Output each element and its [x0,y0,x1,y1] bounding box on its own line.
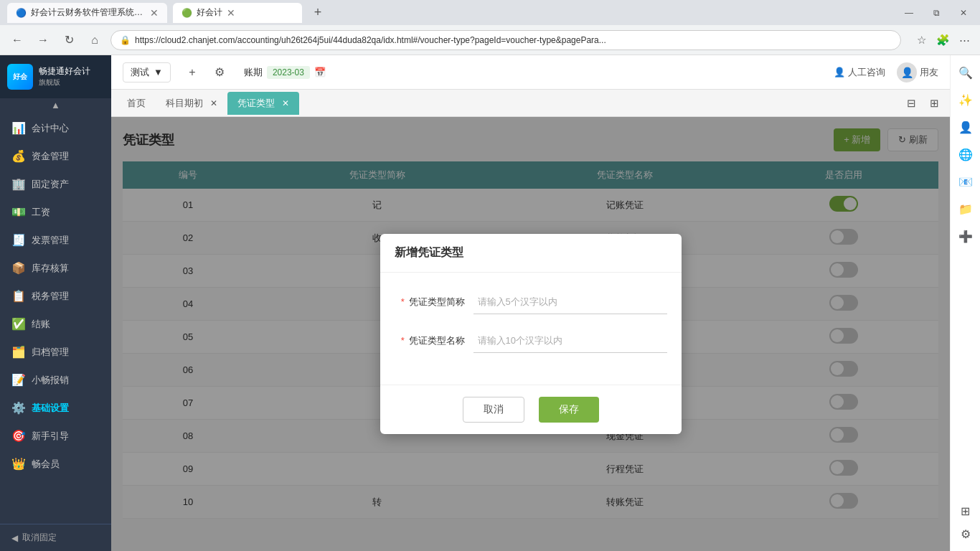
required-mark-short: * [401,296,405,307]
logo-badge: 旗舰版 [39,77,90,88]
tab-subjects-label: 科目期初 [166,97,203,110]
user-avatar: 👤 [897,62,917,83]
workspace-selector[interactable]: 测试 ▼ [123,62,171,83]
sidebar-item-capital[interactable]: 💰 资金管理 [0,142,111,170]
archive-icon: 🗂️ [11,345,26,359]
right-folder-button[interactable]: 📁 [954,197,977,220]
address-bar[interactable]: 🔒 https://cloud2.chanjet.com/accounting/… [110,30,901,50]
sidebar-label-dashboard: 会计中心 [32,122,69,135]
sidebar-label-guide: 新手引导 [32,430,69,443]
sidebar-nav: 📊 会计中心 💰 资金管理 🏢 固定资产 💵 工资 🧾 发票管理 📦 库 [0,111,111,524]
period-lock-icon: 📅 [314,67,326,77]
right-search-button[interactable]: 🔍 [954,61,977,84]
short-name-input[interactable] [473,290,667,314]
tab1-icon: 🔵 [16,8,27,18]
browser-addressbar: ← → ↻ ⌂ 🔒 https://cloud2.chanjet.com/acc… [0,25,980,55]
maximize-button[interactable]: ⧉ [928,6,946,19]
assets-icon: 🏢 [11,177,26,191]
modal-header: 新增凭证类型 [380,234,682,273]
sidebar-label-member: 畅会员 [32,458,60,471]
sidebar-label-capital: 资金管理 [32,150,69,163]
tax-icon: 📋 [11,289,26,303]
minimize-button[interactable]: — [899,6,919,19]
full-name-label: * 凭证类型名称 [395,334,473,347]
sidebar-label-archive: 归档管理 [32,346,69,359]
logo-text-block: 畅捷通好会计 旗舰版 [39,66,90,88]
close-button[interactable]: ✕ [954,6,973,19]
tab-maximize-button[interactable]: ⊞ [924,93,944,113]
consult-button[interactable]: 👤 人工咨询 [834,66,885,79]
sidebar-item-invoice[interactable]: 🧾 发票管理 [0,226,111,254]
cancel-button[interactable]: 取消 [463,397,524,423]
extensions-icon[interactable]: 🧩 [934,32,951,49]
user-button[interactable]: 👤 用友 [897,62,938,83]
tab-subjects-close[interactable]: ✕ [210,98,217,108]
favorites-icon[interactable]: ☆ [913,32,930,49]
right-panel-bottom: ⊞ ⚙ [954,499,977,545]
right-globe-button[interactable]: 🌐 [954,143,977,166]
tab-home-label: 首页 [127,97,146,110]
short-name-label: * 凭证类型简称 [395,296,473,309]
browser-tab-1[interactable]: 🔵 好会计云财务软件管理系统_会计 ✕ [7,3,167,23]
tab-minimize-button[interactable]: ⊟ [901,93,921,113]
tab-home[interactable]: 首页 [117,92,156,115]
member-icon: 👑 [11,457,26,471]
right-grid-button[interactable]: ⊞ [954,499,977,522]
right-add-button[interactable]: ➕ [954,225,977,248]
settings-gear-button[interactable]: ⚙ [209,62,230,83]
sidebar-item-guide[interactable]: 🎯 新手引导 [0,422,111,450]
sidebar-scroll-up[interactable]: ▲ [0,98,111,111]
tab-subjects[interactable]: 科目期初 ✕ [156,92,227,115]
sidebar-item-assets[interactable]: 🏢 固定资产 [0,170,111,198]
back-button[interactable]: ← [7,30,27,50]
cancel-pin-label: 取消固定 [22,532,57,544]
full-name-input[interactable] [473,329,667,353]
browser-menu[interactable]: ⋯ [956,32,973,49]
report-icon: 📝 [11,373,26,387]
forward-button[interactable]: → [33,30,53,50]
sidebar-item-settle[interactable]: ✅ 结账 [0,310,111,338]
add-workspace-button[interactable]: + [182,62,202,83]
sidebar-item-settings[interactable]: ⚙️ 基础设置 [0,394,111,422]
sidebar-item-report[interactable]: 📝 小畅报销 [0,366,111,394]
sidebar-item-member[interactable]: 👑 畅会员 [0,450,111,478]
sidebar-item-dashboard[interactable]: 📊 会计中心 [0,114,111,142]
tab1-close[interactable]: ✕ [150,7,159,19]
invoice-icon: 🧾 [11,233,26,247]
save-button[interactable]: 保存 [539,397,599,423]
pin-icon: ◀ [11,533,18,543]
browser-tab-2[interactable]: 🟢 好会计 ✕ [173,3,302,23]
tab-voucher-close[interactable]: ✕ [282,98,289,108]
page-content: 凭证类型 + 新增 ↻ 刷新 编号 凭证类型简称 [111,117,950,551]
sidebar-label-report: 小畅报销 [32,374,69,387]
required-mark-name: * [401,335,405,346]
address-bar-icons: ☆ 🧩 ⋯ [913,32,973,49]
right-gear-button[interactable]: ⚙ [954,522,977,545]
home-button[interactable]: ⌂ [85,30,105,50]
sidebar-item-payroll[interactable]: 💵 工资 [0,198,111,226]
right-user-button[interactable]: 👤 [954,116,977,138]
right-panel: 🔍 ✨ 👤 🌐 📧 📁 ➕ ⊞ ⚙ [950,55,980,551]
browser-titlebar: 🔵 好会计云财务软件管理系统_会计 ✕ 🟢 好会计 ✕ + — ⧉ ✕ [0,0,980,25]
tab2-close[interactable]: ✕ [227,7,235,19]
tab2-icon: 🟢 [182,8,192,18]
sidebar-item-archive[interactable]: 🗂️ 归档管理 [0,338,111,366]
tab-voucher-type[interactable]: 凭证类型 ✕ [227,92,299,115]
sidebar-item-tax[interactable]: 📋 税务管理 [0,282,111,310]
tabs-actions: ⊟ ⊞ [901,93,944,113]
sidebar-label-assets: 固定资产 [32,178,69,191]
tab1-label: 好会计云财务软件管理系统_会计 [31,6,146,19]
topbar-actions: + ⚙ [182,62,230,83]
refresh-button[interactable]: ↻ [59,30,79,50]
right-mail-button[interactable]: 📧 [954,170,977,193]
right-star-button[interactable]: ✨ [954,88,977,111]
consult-label: 人工咨询 [848,66,885,79]
sidebar-label-inventory: 库存核算 [32,262,69,275]
payroll-icon: 💵 [11,205,26,219]
cancel-pin-button[interactable]: ◀ 取消固定 [0,524,111,551]
app-wrapper: 好会 畅捷通好会计 旗舰版 ▲ 📊 会计中心 💰 资金管理 🏢 固定资产 💵 [0,55,980,551]
sidebar-item-inventory[interactable]: 📦 库存核算 [0,254,111,282]
user-label: 用友 [920,66,938,79]
new-tab-button[interactable]: + [308,3,328,23]
sidebar-label-tax: 税务管理 [32,290,69,303]
